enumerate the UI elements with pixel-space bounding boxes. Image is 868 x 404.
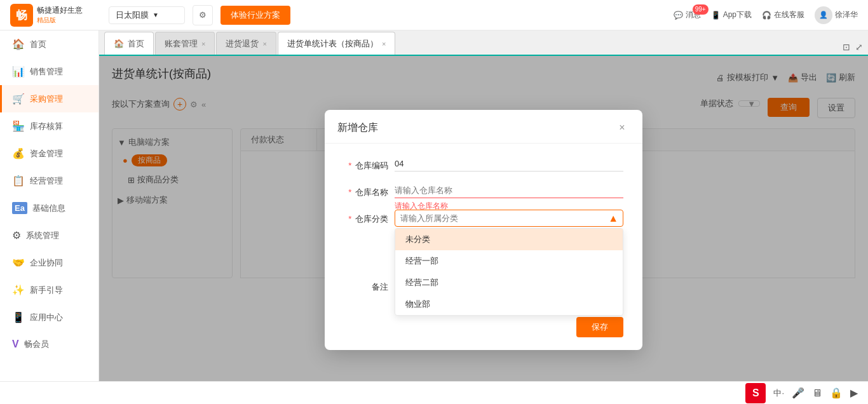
dropdown-item-unclassified[interactable]: 未分类 — [395, 229, 623, 250]
tab-home[interactable]: 🏠 首页 — [104, 32, 154, 55]
bottom-monitor-icon[interactable]: 🖥 — [812, 387, 822, 399]
sidebar-item-sales[interactable]: 📊 销售管理 — [0, 58, 98, 85]
sidebar-label-app-center: 应用中心 — [30, 312, 63, 323]
tab-account-label: 账套管理 — [165, 38, 198, 50]
sidebar-label-guide: 新手引导 — [30, 285, 63, 296]
messages-badge: 99+ — [693, 4, 709, 15]
modal-backdrop[interactable]: 新增仓库 × * 仓库编码 * — [99, 56, 868, 404]
home-tab-icon: 🏠 — [114, 39, 124, 48]
sidebar-item-guide[interactable]: ✨ 新手引导 — [0, 276, 98, 304]
app-download-label: App下载 — [723, 10, 752, 20]
bottom-lock-icon[interactable]: 🔒 — [830, 387, 843, 399]
name-label: * 仓库名称 — [344, 183, 395, 198]
dropdown-item-dept1[interactable]: 经营一部 — [395, 250, 623, 272]
tab-restore-icon[interactable]: ⊡ — [843, 42, 850, 52]
sidebar-item-purchase[interactable]: 🛒 采购管理 — [0, 85, 98, 112]
category-toggle-icon[interactable]: ▲ — [608, 213, 618, 224]
tab-bar-right: ⊡ ⤢ — [843, 42, 863, 55]
store-name: 日太阳膜 — [116, 10, 149, 21]
store-select[interactable]: 日太阳膜 ▼ — [109, 6, 185, 24]
tab-account-close[interactable]: × — [201, 40, 205, 48]
header-right: 💬 消息 99+ 📱 App下载 🎧 在线客服 👤 徐泽华 — [674, 6, 858, 24]
trial-button[interactable]: 体验行业方案 — [220, 6, 290, 25]
logo-text: 畅捷通好生意 — [37, 5, 83, 16]
sidebar-label-system: 系统管理 — [26, 230, 59, 241]
sidebar-label-sales: 销售管理 — [30, 66, 63, 77]
online-service-label: 在线客服 — [774, 10, 804, 20]
home-icon: 🏠 — [12, 38, 25, 50]
sidebar-item-operations[interactable]: 📋 经营管理 — [0, 167, 98, 194]
modal-footer: 保存 — [325, 317, 642, 337]
main-area: 🏠 首页 账套管理 × 进货退货 × 进货单统计表（按商品） × ⊡ ⤢ 进货单… — [99, 30, 868, 404]
sidebar-item-basic-info[interactable]: Ea 基础信息 — [0, 194, 98, 222]
system-icon: ⚙ — [12, 229, 21, 241]
sidebar-item-home[interactable]: 🏠 首页 — [0, 30, 98, 58]
tab-purchase-return-close[interactable]: × — [262, 40, 266, 48]
form-row-name: * 仓库名称 请输入仓库名称 — [344, 183, 623, 198]
sidebar: 🏠 首页 📊 销售管理 🛒 采购管理 🏪 库存核算 💰 资金管理 📋 经营管理 … — [0, 30, 99, 404]
operations-icon: 📋 — [12, 175, 25, 187]
tab-purchase-stats-close[interactable]: × — [382, 40, 386, 48]
purchase-icon: 🛒 — [12, 93, 25, 105]
content-wrapper: 进货单统计(按商品) 🖨 按模板打印 ▼ 📤 导出 🔄 刷新 — [99, 56, 868, 404]
form-row-category: * 仓库分类 ▲ 未分类 经营一部 经营二部 物业部 — [344, 210, 623, 227]
sidebar-item-cooperation[interactable]: 🤝 企业协同 — [0, 249, 98, 276]
chevron-down-icon: ▼ — [153, 11, 159, 18]
logo-area: 畅 畅捷通好生意 精品版 — [10, 4, 109, 27]
bottom-right: S 中· 🎤 🖥 🔒 ▶ — [745, 383, 858, 403]
tab-purchase-stats[interactable]: 进货单统计表（按商品） × — [278, 32, 395, 55]
sales-icon: 📊 — [12, 65, 25, 77]
basic-info-icon: Ea — [12, 202, 27, 214]
tab-expand-icon[interactable]: ⤢ — [855, 42, 863, 52]
dropdown-item-property[interactable]: 物业部 — [395, 293, 623, 315]
settings-gear-button[interactable]: ⚙ — [193, 5, 213, 25]
user-menu[interactable]: 👤 徐泽华 — [815, 6, 858, 24]
warehouse-name-input[interactable] — [395, 183, 623, 198]
s-logo: S — [745, 383, 766, 403]
required-star-code: * — [348, 161, 351, 170]
modal-header: 新增仓库 × — [325, 110, 642, 144]
tab-purchase-stats-label: 进货单统计表（按商品） — [287, 38, 378, 50]
bottom-lang-icon[interactable]: 中· — [773, 387, 784, 399]
finance-icon: 💰 — [12, 147, 25, 159]
user-avatar: 👤 — [815, 6, 832, 24]
top-header: 畅 畅捷通好生意 精品版 日太阳膜 ▼ ⚙ 体验行业方案 💬 消息 99+ 📱 … — [0, 0, 868, 30]
required-star-name: * — [348, 187, 351, 197]
save-button[interactable]: 保存 — [576, 317, 623, 337]
sidebar-label-inventory: 库存核算 — [30, 121, 63, 132]
sidebar-item-inventory[interactable]: 🏪 库存核算 — [0, 112, 98, 140]
modal-close-button[interactable]: × — [614, 120, 630, 135]
form-row-code: * 仓库编码 — [344, 156, 623, 172]
dropdown-item-dept2[interactable]: 经营二部 — [395, 272, 623, 293]
bottom-bar: S 中· 🎤 🖥 🔒 ▶ — [0, 381, 868, 404]
username: 徐泽华 — [835, 10, 858, 20]
category-input-wrap: ▲ — [395, 210, 623, 227]
logo-sub: 精品版 — [37, 16, 83, 25]
bottom-mic-icon[interactable]: 🎤 — [792, 387, 804, 399]
sidebar-item-system[interactable]: ⚙ 系统管理 — [0, 222, 98, 249]
category-dropdown: 未分类 经营一部 经营二部 物业部 — [395, 228, 623, 316]
sidebar-label-cooperation: 企业协同 — [30, 257, 63, 269]
sidebar-item-vip[interactable]: V 畅会员 — [0, 331, 98, 358]
app-download-button[interactable]: 📱 App下载 — [711, 10, 752, 20]
new-warehouse-modal: 新增仓库 × * 仓库编码 * — [325, 110, 642, 350]
inventory-icon: 🏪 — [12, 120, 25, 132]
category-input[interactable] — [395, 210, 623, 227]
logo-text-block: 畅捷通好生意 精品版 — [37, 5, 83, 25]
app-logo-icon: 畅 — [10, 4, 33, 27]
sidebar-item-finance[interactable]: 💰 资金管理 — [0, 140, 98, 167]
app-center-icon: 📱 — [12, 311, 25, 323]
sidebar-item-app-center[interactable]: 📱 应用中心 — [0, 304, 98, 331]
warehouse-code-input[interactable] — [395, 156, 623, 172]
modal-title: 新增仓库 — [337, 121, 378, 135]
bottom-play-icon[interactable]: ▶ — [850, 387, 858, 399]
tab-purchase-return[interactable]: 进货退货 × — [216, 32, 276, 55]
sidebar-label-vip: 畅会员 — [24, 339, 49, 350]
vip-icon: V — [12, 339, 19, 350]
tab-purchase-return-label: 进货退货 — [226, 38, 259, 50]
online-service-button[interactable]: 🎧 在线客服 — [762, 10, 804, 20]
messages-button[interactable]: 💬 消息 99+ — [674, 10, 701, 20]
sidebar-label-basic-info: 基础信息 — [32, 203, 65, 214]
tab-account-management[interactable]: 账套管理 × — [155, 32, 215, 55]
sidebar-label-operations: 经营管理 — [30, 175, 63, 187]
